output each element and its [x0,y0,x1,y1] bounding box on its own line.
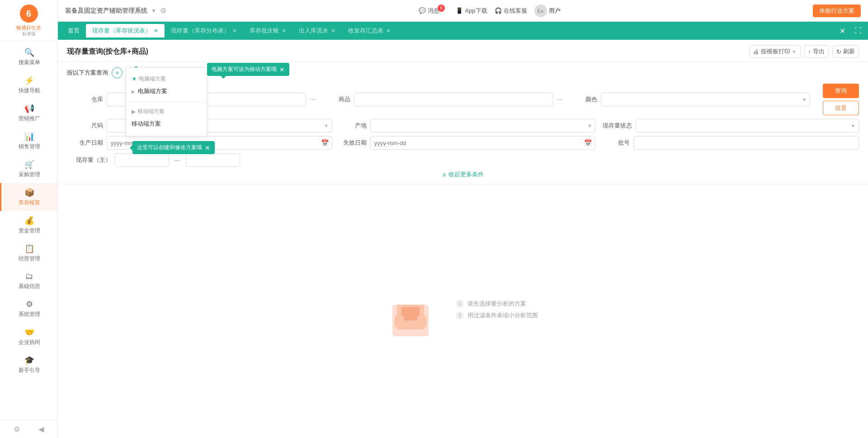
pc-section-title: ▼ 电脑端方案 [126,73,207,85]
goods-input[interactable] [354,93,553,106]
stock-main-max-input[interactable] [186,153,240,167]
tab-inventory-dist[interactable]: 现存量（库存分布表） ✕ [165,24,243,38]
step-num-2: 2 [456,311,464,320]
step-1-label: 请先选择要分析的方案 [467,300,526,308]
tab-close-icon[interactable]: ✕ [386,28,391,34]
color-select-wrap: ▼ [601,93,810,106]
warehouse-label: 仓库 [76,95,103,104]
app-download-btn[interactable]: 📱 App下载 [456,7,487,15]
settings-button[interactable]: 设置 [823,101,859,115]
tab-inout-flow[interactable]: 出入库流水 ✕ [292,24,342,38]
color-group: 颜色 ▼ [570,93,810,106]
batch-input[interactable] [633,136,859,150]
tab-recv-summary[interactable]: 收发存汇总表 ✕ [342,24,397,38]
sidebar-item-label: 采购管理 [19,171,40,179]
stock-main-min-input[interactable] [115,153,169,167]
content-area: 现存量查询(按仓库+商品) 🖨 按模板打印 ▼ ↑ 导出 ↻ 刷新 [58,40,868,438]
phone-icon: 📱 [456,7,463,14]
color-select[interactable] [601,93,810,106]
sidebar-item-finance[interactable]: 💰 资金管理 [0,211,57,239]
logo-icon: 6 [20,5,38,23]
pc-scheme-item[interactable]: ▶ 电脑端方案 [126,85,207,98]
collapse-filter-btn[interactable]: ∧ 收起更多条件 [442,170,484,179]
sidebar-item-search[interactable]: 🔍 搜索菜单 [0,43,57,71]
goods-label: 商品 [323,95,350,104]
print-btn[interactable]: 🖨 按模板打印 ▼ [749,45,801,58]
exp-date-group: 失效日期 📅 [340,136,596,150]
trial-solution-btn[interactable]: 体验行业方案 [813,5,861,17]
tab-close-icon[interactable]: ✕ [232,28,237,34]
sidebar-item-purchase[interactable]: 🛒 采购管理 [0,155,57,183]
sidebar-item-system[interactable]: ⚙ 系统管理 [0,295,57,323]
add-scheme-btn[interactable]: + [112,67,123,78]
close-all-tabs-btn[interactable]: ✕ [837,26,848,36]
main-content: 装备及固定资产辅助管理系统 ▼ ⚙ 💬 消息 6 📱 App下载 🎧 在线客服 … [58,0,868,438]
mfg-cal-icon[interactable]: 📅 [321,139,329,146]
tab-close-icon[interactable]: ✕ [154,28,158,34]
pc-scheme-section: ▼ 电脑端方案 ▶ 电脑端方案 [126,71,207,100]
mobile-scheme-item[interactable]: 移动端方案 [126,117,207,131]
warehouse-dots[interactable]: ··· [310,95,316,104]
stock-status-select-wrap: ▼ [636,119,859,132]
tab-home[interactable]: 首页 [61,24,86,38]
sidebar-item-basic[interactable]: 🗂 基础信息 [0,267,57,295]
export-btn[interactable]: ↑ 导出 [804,45,829,58]
color-label: 颜色 [570,95,597,104]
mfg-date-label: 生产日期 [76,139,103,147]
tooltip-close-btn[interactable]: ✕ [205,144,210,151]
marketing-icon: 📢 [24,104,34,113]
app-download-label: App下载 [465,7,487,15]
pc-tooltip-close-btn[interactable]: ✕ [279,66,285,73]
online-support-btn[interactable]: 🎧 在线客服 [495,7,527,15]
sidebar-item-marketing[interactable]: 📢 营销推广 [0,99,57,127]
stock-main-label: 现存量（主） [76,156,111,164]
origin-select[interactable] [370,119,596,132]
tab-close-icon[interactable]: ✕ [331,28,335,34]
sidebar-item-sales[interactable]: 📊 销售管理 [0,127,57,155]
goods-group: 商品 ··· [323,93,563,106]
notif-badge: 6 [438,5,445,12]
search-button[interactable]: 查询 [823,84,859,98]
tab-inventory-status[interactable]: 现存量（库存状况表） ✕ [86,24,165,38]
step-2-label: 用过滤条件来缩小分析范围 [467,311,538,320]
user-menu[interactable]: Ea 用户 [534,5,561,17]
collab-icon: 🤝 [24,327,34,337]
goods-dots[interactable]: ··· [557,95,563,104]
stock-status-select[interactable] [636,119,859,132]
mobile-collapse-icon: ▶ [132,108,136,115]
sidebar-item-inventory[interactable]: 📦 库存核算 [0,183,57,211]
maximize-btn[interactable]: ⛶ [852,26,864,36]
sidebar-item-guide[interactable]: ⚡ 快捷导航 [0,71,57,99]
tab-batch-account[interactable]: 库存批次账 ✕ [243,24,292,38]
page-title: 现存量查询(按仓库+商品) [67,47,148,57]
sidebar-item-collab[interactable]: 🤝 企业协同 [0,323,57,351]
sidebar-item-label: 资金管理 [19,227,40,235]
collapse-sidebar-btn[interactable]: ◀ [38,425,44,433]
sidebar-item-ops[interactable]: 📋 经营管理 [0,239,57,267]
collapse-up-icon: ∧ [442,171,447,178]
stock-status-group: 现存量状态 ▼ [603,119,859,132]
exp-date-input[interactable] [370,136,596,150]
page-actions: 🖨 按模板打印 ▼ ↑ 导出 ↻ 刷新 [749,45,859,58]
sidebar-item-newbie[interactable]: 🎓 新手引导 [0,351,57,379]
exp-cal-icon[interactable]: 📅 [584,139,592,146]
batch-label: 批号 [603,139,630,147]
refresh-btn[interactable]: ↻ 刷新 [832,45,859,58]
empty-steps: 1 请先选择要分析的方案 2 用过滤条件来缩小分析范围 [456,300,538,323]
stock-main-group: 现存量（主） — [76,153,248,167]
settings-gear-icon[interactable]: ⚙ [160,6,166,15]
empty-state: 1 请先选择要分析的方案 2 用过滤条件来缩小分析范围 [58,184,868,438]
user-avatar: Ea [534,5,547,17]
range-separator: — [173,157,182,164]
tabs-bar: 首页 现存量（库存状况表） ✕ 现存量（库存分布表） ✕ 库存批次账 ✕ 出入库… [58,22,868,40]
exp-date-label: 失效日期 [340,139,367,147]
tooltip-text: 这里可以创建和修改方案哦 [137,144,202,151]
sidebar-bottom: ⚙ ◀ [0,420,57,438]
tab-close-icon[interactable]: ✕ [282,28,286,34]
sidebar-nav: 🔍 搜索菜单 ⚡ 快捷导航 📢 营销推广 📊 销售管理 🛒 采购管理 📦 库存核… [0,41,57,420]
empty-illustration [388,287,438,336]
lightning-icon: ⚡ [24,75,34,85]
notification-btn[interactable]: 💬 消息 6 [419,7,448,15]
settings-bottom-btn[interactable]: ⚙ [14,425,20,433]
export-icon: ↑ [808,48,811,55]
